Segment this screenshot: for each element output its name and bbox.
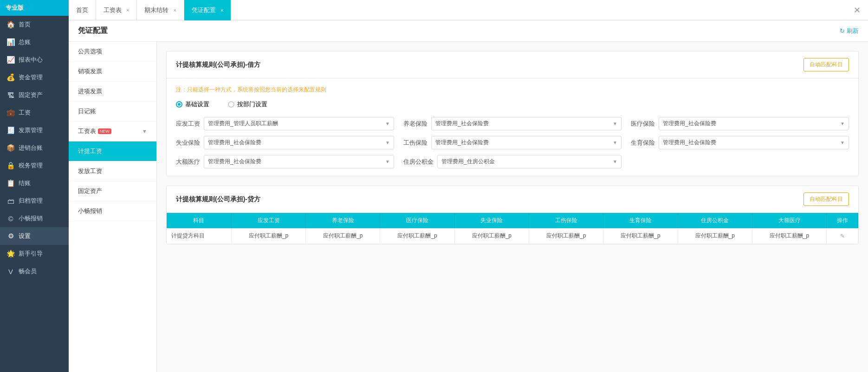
content-area: 公共选项 销项发票 进项发票 日记账 工资表 NEW ▼ 计提工资 发放工资: [69, 42, 868, 372]
tab-voucher-config-close[interactable]: ×: [220, 7, 223, 13]
settlement-icon: 📋: [6, 179, 15, 187]
auto-match-credit-button[interactable]: 自动匹配科目: [803, 192, 849, 206]
label-medical: 医疗保险: [631, 120, 655, 128]
select-medical-arrow: ▼: [840, 121, 845, 126]
inventory-icon: 📦: [6, 144, 15, 152]
top-tabs: 首页 工资表 × 期末结转 × 凭证配置 × ✕: [69, 0, 868, 20]
sidebar-item-home[interactable]: 🏠 首页: [0, 16, 69, 33]
tab-home[interactable]: 首页: [69, 0, 96, 20]
sidebar-item-reports[interactable]: 📈 报表中心: [0, 51, 69, 69]
select-salary[interactable]: 管理费用_管理人员职工薪酬 ▼: [204, 117, 394, 130]
sidebar-item-salary[interactable]: 💼 工资: [0, 104, 69, 122]
reports-icon: 📈: [6, 56, 15, 64]
radio-basic-circle: [176, 101, 182, 108]
form-row-medical: 医疗保险 管理费用_社会保险费 ▼: [631, 117, 849, 130]
sidebar-item-member[interactable]: V 畅会员: [0, 263, 69, 280]
select-housing-arrow: ▼: [613, 159, 617, 164]
sidebar-item-invoice[interactable]: 🧾 发票管理: [0, 122, 69, 139]
tab-period-end[interactable]: 期末结转 ×: [137, 0, 184, 20]
cell-pension: 应付职工薪酬_p: [306, 228, 380, 244]
form-grid: 应发工资 管理费用_管理人员职工薪酬 ▼ 养老保险 管理费用_社会保险费 ▼: [176, 117, 849, 168]
sidebar-item-settings[interactable]: ⚙ 设置: [0, 227, 69, 245]
menu-item-accrued-salary[interactable]: 计提工资: [69, 141, 156, 161]
tab-voucher-config[interactable]: 凭证配置 ×: [184, 0, 231, 20]
sidebar-item-guide[interactable]: 🌟 新手引导: [0, 245, 69, 263]
settings-icon: ⚙: [6, 232, 15, 240]
table-row: 计提贷方科目 应付职工薪酬_p 应付职工薪酬_p 应付职工薪酬_p 应付职工薪酬…: [167, 228, 858, 244]
guide-icon: 🌟: [6, 250, 15, 258]
menu-item-journal[interactable]: 日记账: [69, 102, 156, 122]
radio-dept[interactable]: 按部门设置: [228, 100, 267, 109]
ledger-icon: 📊: [6, 38, 15, 46]
sidebar-item-xiaochang[interactable]: © 小畅报销: [0, 210, 69, 227]
section-debit-body: 注：只能选择一种方式，系统将按照您当前的选择来配置规则 基础设置 按部门设置: [167, 78, 858, 176]
sidebar-item-archive[interactable]: 🗃 归档管理: [0, 192, 69, 210]
invoice-icon: 🧾: [6, 126, 15, 135]
col-salary: 应发工资: [231, 213, 305, 228]
tab-salary-close[interactable]: ×: [126, 7, 129, 13]
menu-item-pay-salary[interactable]: 发放工资: [69, 161, 156, 181]
label-salary: 应发工资: [176, 120, 200, 128]
label-birth: 生育保险: [631, 139, 655, 147]
sidebar-item-settlement[interactable]: 📋 结账: [0, 174, 69, 192]
form-row-unemployment: 失业保险 管理费用_社会保险费 ▼: [176, 136, 394, 149]
xiaochang-icon: ©: [6, 215, 15, 223]
form-row-salary: 应发工资 管理费用_管理人员职工薪酬 ▼: [176, 117, 394, 130]
new-badge: NEW: [98, 128, 111, 134]
auto-match-debit-button[interactable]: 自动匹配科目: [803, 58, 849, 71]
menu-item-xiaochang-expense[interactable]: 小畅报销: [69, 201, 156, 221]
section-credit-title: 计提核算规则(公司承担)-贷方: [176, 195, 260, 204]
cell-salary: 应付职工薪酬_p: [231, 228, 305, 244]
menu-item-fixed-assets[interactable]: 固定资产: [69, 181, 156, 201]
sidebar-item-inventory[interactable]: 📦 进销台账: [0, 139, 69, 157]
sidebar-item-tax[interactable]: 🔒 税务管理: [0, 157, 69, 174]
select-injury-arrow: ▼: [613, 140, 617, 145]
cell-subject: 计提贷方科目: [167, 228, 231, 244]
window-close-btn[interactable]: ✕: [846, 5, 868, 15]
table-header-row: 科目 应发工资 养老保险 医疗保险 失业保险 工伤保险 生育保险 住房公积金 大…: [167, 213, 858, 228]
select-housing[interactable]: 管理费用_住房公积金 ▼: [437, 155, 622, 168]
form-row-pension: 养老保险 管理费用_社会保险费 ▼: [403, 117, 622, 130]
label-unemployment: 失业保险: [176, 139, 200, 147]
tab-period-end-close[interactable]: ×: [173, 7, 176, 13]
cell-action[interactable]: ✎: [827, 228, 858, 244]
warning-text: 注：只能选择一种方式，系统将按照您当前的选择来配置规则: [176, 86, 849, 94]
col-subject: 科目: [167, 213, 231, 228]
section-credit-body: 科目 应发工资 养老保险 医疗保险 失业保险 工伤保险 生育保险 住房公积金 大…: [167, 213, 858, 244]
select-medical[interactable]: 管理费用_社会保险费 ▼: [659, 117, 849, 130]
select-unemployment[interactable]: 管理费用_社会保险费 ▼: [204, 136, 394, 149]
col-housing: 住房公积金: [678, 213, 752, 228]
menu-item-salary-table[interactable]: 工资表 NEW ▼: [69, 122, 156, 141]
col-major-medical: 大额医疗: [752, 213, 826, 228]
sidebar-item-funds[interactable]: 💰 资金管理: [0, 69, 69, 86]
col-birth: 生育保险: [603, 213, 678, 228]
edit-icon[interactable]: ✎: [840, 233, 845, 239]
cell-unemployment: 应付职工薪酬_p: [454, 228, 529, 244]
menu-item-purchase-invoice[interactable]: 进项发票: [69, 82, 156, 102]
tab-salary-table[interactable]: 工资表 ×: [96, 0, 137, 20]
col-unemployment: 失业保险: [454, 213, 529, 228]
sidebar-item-assets[interactable]: 🏗 固定资产: [0, 86, 69, 104]
select-major-medical[interactable]: 管理费用_社会保险费 ▼: [204, 155, 394, 168]
menu-item-public[interactable]: 公共选项: [69, 42, 156, 62]
radio-basic[interactable]: 基础设置: [176, 100, 209, 109]
form-row-major-medical: 大额医疗 管理费用_社会保险费 ▼: [176, 155, 394, 168]
select-pension[interactable]: 管理费用_社会保险费 ▼: [431, 117, 622, 130]
menu-item-sale-invoice[interactable]: 销项发票: [69, 62, 156, 82]
form-row-housing: 住房公积金 管理费用_住房公积金 ▼: [403, 155, 622, 168]
select-injury[interactable]: 管理费用_社会保险费 ▼: [431, 136, 622, 149]
select-birth[interactable]: 管理费用_社会保险费 ▼: [659, 136, 849, 149]
sidebar: 专业版 🏠 首页 📊 总账 📈 报表中心 💰 资金管理 🏗 固定资产 💼 工资 …: [0, 0, 69, 372]
radio-dept-circle: [228, 101, 234, 108]
section-debit-header: 计提核算规则(公司承担)-借方 自动匹配科目: [167, 51, 858, 78]
sidebar-item-ledger[interactable]: 📊 总账: [0, 33, 69, 51]
radio-basic-inner: [178, 103, 181, 106]
app-name: 专业版: [0, 0, 69, 16]
col-medical: 医疗保险: [380, 213, 454, 228]
form-row-injury: 工伤保险 管理费用_社会保险费 ▼: [403, 136, 622, 149]
assets-icon: 🏗: [6, 91, 15, 99]
label-injury: 工伤保险: [403, 139, 428, 147]
credit-table: 科目 应发工资 养老保险 医疗保险 失业保险 工伤保险 生育保险 住房公积金 大…: [167, 213, 858, 244]
arrow-icon: ▼: [142, 128, 147, 134]
refresh-button[interactable]: ↻ 刷新: [840, 27, 859, 35]
